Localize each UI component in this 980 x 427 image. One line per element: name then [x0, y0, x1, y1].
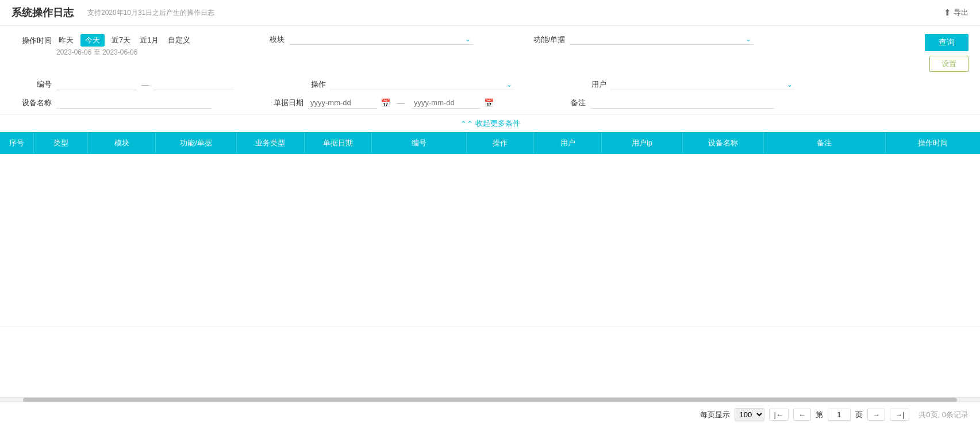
table-body: [0, 154, 980, 326]
function-dropdown[interactable]: ⌄: [570, 34, 754, 45]
device-field-group: 设备名称: [11, 97, 212, 109]
docdate-input-group: 📅 — 📅: [308, 97, 494, 109]
module-field-group: 模块 ⌄: [244, 34, 473, 45]
collapse-bar: ⌃⌃ 收起更多条件: [0, 114, 980, 132]
user-dropdown-arrow: ⌄: [787, 80, 793, 89]
serial-field-group: 编号 —: [11, 79, 234, 90]
page-size-select[interactable]: 100 50 200: [735, 408, 764, 421]
operation-label: 操作: [286, 79, 326, 90]
time-range-text: 2023-06-06 至 2023-06-06: [56, 48, 193, 57]
user-dropdown[interactable]: ⌄: [611, 79, 795, 90]
time-btn-today[interactable]: 今天: [80, 34, 105, 47]
page-header: 系统操作日志 支持2020年10月31日之后产生的操作日志 ⬆ 导出: [0, 0, 980, 26]
first-page-button[interactable]: |←: [769, 409, 789, 421]
export-label: 导出: [954, 7, 969, 18]
page-wrapper: 系统操作日志 支持2020年10月31日之后产生的操作日志 ⬆ 导出 操作时间 …: [0, 0, 980, 427]
filter-section: 操作时间 昨天 今天 近7天 近1月 自定义 2023-06-06 至 2023…: [0, 26, 980, 132]
col-type: 类型: [34, 132, 88, 154]
page-subtitle: 支持2020年10月31日之后产生的操作日志: [87, 8, 214, 18]
action-buttons: 查询 设置: [925, 34, 969, 72]
module-dropdown[interactable]: ⌄: [289, 34, 473, 45]
col-optime: 操作时间: [885, 132, 980, 154]
module-dropdown-arrow: ⌄: [465, 35, 471, 43]
data-table: 序号 类型 模块 功能/单据 业务类型 单据日期 编号 操作 用户 用户ip 设…: [0, 132, 980, 327]
col-number: 编号: [372, 132, 467, 154]
time-btn-yesterday[interactable]: 昨天: [56, 34, 76, 46]
col-biztype: 业务类型: [237, 132, 305, 154]
table-header-row: 序号 类型 模块 功能/单据 业务类型 单据日期 编号 操作 用户 用户ip 设…: [0, 132, 980, 154]
prev-page-button[interactable]: ←: [793, 409, 811, 421]
pagination-bar: 每页显示 100 50 200 |← ← 第 1 页 → →| 共0页, 0条记…: [0, 402, 980, 427]
page-label: 第: [816, 410, 823, 420]
serial-label: 编号: [11, 79, 52, 90]
time-btn-7days[interactable]: 近7天: [109, 34, 133, 46]
user-label: 用户: [555, 79, 606, 90]
col-device: 设备名称: [683, 132, 764, 154]
export-button[interactable]: ⬆ 导出: [944, 7, 969, 18]
last-page-button[interactable]: →|: [890, 409, 909, 421]
module-label: 模块: [244, 34, 285, 45]
collapse-label: 收起更多条件: [475, 118, 520, 129]
serial-input-end[interactable]: [153, 79, 234, 90]
export-icon: ⬆: [944, 7, 951, 18]
docdate-start-input[interactable]: [308, 97, 377, 109]
time-btn-1month[interactable]: 近1月: [137, 34, 161, 46]
page-number-input[interactable]: 1: [828, 409, 851, 421]
operation-dropdown[interactable]: ⌄: [330, 79, 514, 90]
time-btn-custom[interactable]: 自定义: [166, 34, 193, 46]
page-unit: 页: [855, 410, 863, 420]
col-module: 模块: [88, 132, 156, 154]
function-field-group: 功能/单据 ⌄: [513, 34, 754, 45]
calendar-icon-start[interactable]: 📅: [381, 98, 390, 107]
collapse-icon: ⌃⌃: [460, 120, 473, 128]
serial-dash: —: [141, 80, 149, 89]
query-button[interactable]: 查询: [925, 34, 969, 51]
settings-button[interactable]: 设置: [929, 56, 969, 72]
page-title: 系统操作日志: [11, 6, 74, 20]
total-info: 共0页, 0条记录: [918, 410, 969, 420]
time-filter-group: 操作时间 昨天 今天 近7天 近1月 自定义 2023-06-06 至 2023…: [11, 34, 193, 57]
serial-input-start[interactable]: [56, 79, 137, 90]
table-wrapper: 序号 类型 模块 功能/单据 业务类型 单据日期 编号 操作 用户 用户ip 设…: [0, 132, 980, 397]
filter-row-1: 操作时间 昨天 今天 近7天 近1月 自定义 2023-06-06 至 2023…: [0, 26, 980, 72]
col-docdate: 单据日期: [304, 132, 372, 154]
device-label: 设备名称: [11, 98, 52, 108]
page-size-label: 每页显示: [700, 410, 730, 420]
operation-field-group: 操作 ⌄: [286, 79, 514, 90]
docdate-field-group: 单据日期 📅 — 📅: [263, 97, 494, 109]
col-remark: 备注: [764, 132, 886, 154]
filter-row-2: 编号 — 操作 ⌄ 用户 ⌄: [0, 72, 980, 90]
operation-dropdown-arrow: ⌄: [506, 80, 512, 89]
remark-input[interactable]: [590, 97, 774, 109]
time-label: 操作时间: [11, 34, 52, 46]
function-dropdown-arrow: ⌄: [745, 35, 751, 43]
col-function: 功能/单据: [155, 132, 236, 154]
function-label: 功能/单据: [513, 34, 565, 45]
docdate-label: 单据日期: [263, 98, 303, 108]
col-operation: 操作: [466, 132, 534, 154]
empty-row: [0, 154, 980, 326]
col-serial: 序号: [0, 132, 34, 154]
remark-field-group: 备注: [534, 97, 774, 109]
collapse-button[interactable]: ⌃⌃ 收起更多条件: [460, 118, 520, 129]
scrollbar-area[interactable]: [0, 397, 980, 402]
time-options-group: 昨天 今天 近7天 近1月 自定义 2023-06-06 至 2023-06-0…: [56, 34, 193, 57]
calendar-icon-end[interactable]: 📅: [484, 98, 494, 107]
docdate-end-input[interactable]: [412, 97, 481, 109]
filter-row-3: 设备名称 单据日期 📅 — 📅 备注: [0, 90, 980, 114]
time-buttons: 昨天 今天 近7天 近1月 自定义: [56, 34, 193, 47]
col-userip: 用户ip: [601, 132, 682, 154]
next-page-button[interactable]: →: [867, 409, 885, 421]
col-user: 用户: [534, 132, 602, 154]
user-field-group: 用户 ⌄: [555, 79, 795, 90]
device-input[interactable]: [56, 97, 212, 109]
remark-label: 备注: [534, 98, 586, 108]
docdate-dash: —: [397, 99, 405, 107]
empty-cell: [0, 154, 980, 326]
